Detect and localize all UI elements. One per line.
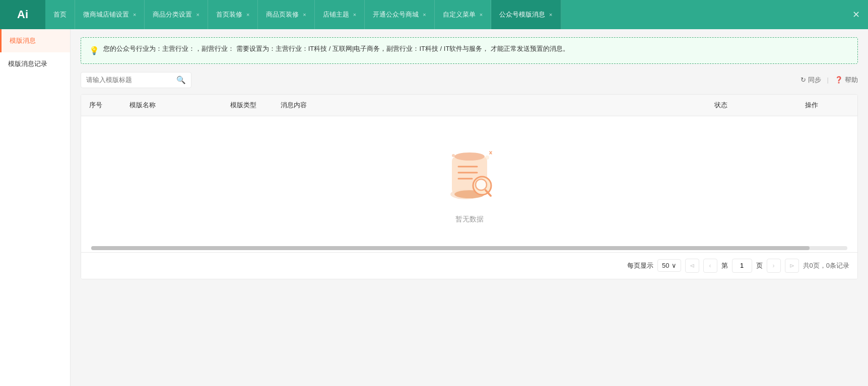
sidebar-item-0[interactable]: 模版消息: [0, 29, 70, 52]
close-tab-7[interactable]: ×: [480, 12, 483, 18]
nav-tab-6[interactable]: 开通公众号商城×: [365, 0, 434, 29]
page-label: 第: [721, 261, 728, 270]
col-type: 模版类型: [222, 95, 273, 116]
notice-box: 💡 您的公众号行业为：主营行业：，副营行业： 需要设置为：主营行业：IT科技 /…: [81, 37, 858, 64]
nav-tab-4[interactable]: 商品页装修×: [258, 0, 314, 29]
close-tab-8[interactable]: ×: [549, 12, 552, 18]
close-tab-5[interactable]: ×: [353, 12, 356, 18]
search-input-wrap[interactable]: 🔍: [81, 72, 191, 88]
empty-state: 暂无数据: [81, 116, 857, 244]
next-page-button[interactable]: ›: [767, 259, 781, 273]
prev-page-button[interactable]: ‹: [703, 259, 717, 273]
close-all-button[interactable]: ✕: [844, 9, 868, 20]
content-area: 💡 您的公众号行业为：主营行业：，副营行业： 需要设置为：主营行业：IT科技 /…: [71, 29, 868, 386]
close-tab-2[interactable]: ×: [196, 12, 199, 18]
close-tab-4[interactable]: ×: [303, 12, 306, 18]
col-content: 消息内容: [273, 95, 706, 116]
col-name: 模版名称: [121, 95, 222, 116]
page-size-select[interactable]: 50 ∨: [657, 259, 681, 272]
sync-icon: ↻: [800, 76, 806, 84]
toolbar-divider: |: [827, 76, 829, 84]
sidebar: 模版消息模版消息记录: [0, 29, 71, 386]
last-page-button[interactable]: ⊳: [785, 259, 799, 273]
svg-point-10: [485, 156, 489, 160]
first-page-button[interactable]: ⊲: [685, 259, 699, 273]
page-number-input[interactable]: [732, 259, 752, 273]
nav-tab-8[interactable]: 公众号模版消息×: [491, 0, 561, 29]
close-tab-1[interactable]: ×: [133, 12, 136, 18]
close-tab-3[interactable]: ×: [246, 12, 249, 18]
notice-icon: 💡: [89, 44, 99, 57]
nav-tab-1[interactable]: 微商城店铺设置×: [75, 0, 145, 29]
col-action: 操作: [797, 95, 857, 116]
table-header: 序号 模版名称 模版类型 消息内容 状态 操作: [81, 95, 857, 116]
data-table: 序号 模版名称 模版类型 消息内容 状态 操作: [81, 94, 858, 279]
close-tab-6[interactable]: ×: [423, 12, 426, 18]
nav-tab-0[interactable]: 首页: [45, 0, 75, 29]
help-icon: ❓: [835, 76, 843, 84]
nav-tabs: 首页微商城店铺设置×商品分类设置×首页装修×商品页装修×店铺主题×开通公众号商城…: [45, 0, 844, 29]
notice-text: 您的公众号行业为：主营行业：，副营行业： 需要设置为：主营行业：IT科技 / 互…: [103, 44, 569, 54]
nav-tab-7[interactable]: 自定义菜单×: [435, 0, 491, 29]
svg-point-9: [452, 154, 455, 157]
page-size-label: 每页显示: [627, 261, 653, 270]
pagination: 每页显示 50 ∨ ⊲ ‹ 第 页 › ⊳ 共0页，0条记录: [81, 252, 857, 279]
col-status: 状态: [706, 95, 797, 116]
nav-tab-3[interactable]: 首页装修×: [208, 0, 258, 29]
empty-text: 暂无数据: [455, 215, 484, 224]
svg-point-7: [476, 179, 487, 190]
chevron-down-icon: ∨: [672, 262, 677, 269]
svg-point-1: [454, 152, 485, 161]
nav-tab-5[interactable]: 店铺主题×: [315, 0, 365, 29]
help-button[interactable]: ❓ 帮助: [835, 75, 858, 85]
page-unit: 页: [756, 261, 763, 270]
nav-tab-2[interactable]: 商品分类设置×: [145, 0, 208, 29]
scrollbar-thumb[interactable]: [91, 246, 810, 250]
toolbar-right: ↻ 同步 | ❓ 帮助: [800, 75, 858, 85]
logo: Ai: [0, 0, 45, 29]
main-layout: 模版消息模版消息记录 💡 您的公众号行业为：主营行业：，副营行业： 需要设置为：…: [0, 29, 868, 386]
top-nav: Ai 首页微商城店铺设置×商品分类设置×首页装修×商品页装修×店铺主题×开通公众…: [0, 0, 868, 29]
col-seq: 序号: [81, 95, 121, 116]
search-input[interactable]: [86, 76, 176, 84]
search-icon[interactable]: 🔍: [176, 75, 186, 85]
sync-button[interactable]: ↻ 同步: [800, 75, 821, 85]
empty-icon: [439, 146, 500, 207]
sidebar-item-1[interactable]: 模版消息记录: [0, 52, 70, 75]
horizontal-scrollbar[interactable]: [91, 246, 847, 250]
page-total: 共0页，0条记录: [803, 261, 849, 270]
search-bar: 🔍 ↻ 同步 | ❓ 帮助: [81, 72, 858, 88]
